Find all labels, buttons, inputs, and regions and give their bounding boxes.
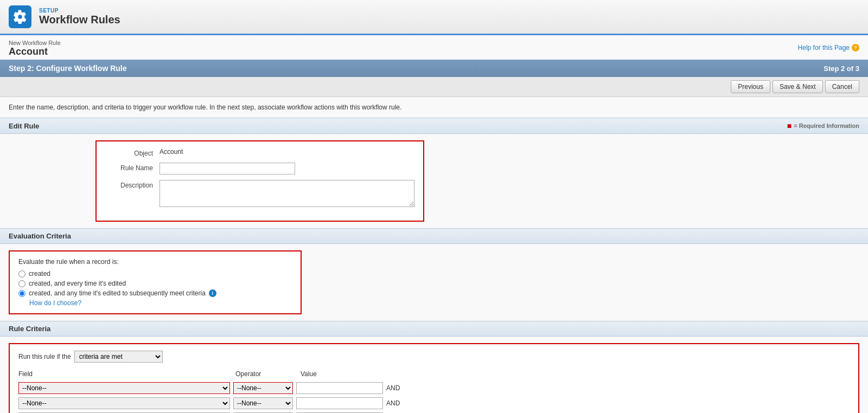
rule-criteria-title: Rule Criteria: [9, 325, 50, 333]
help-icon: ?: [852, 44, 859, 51]
main-container: New Workflow Rule Account Help for this …: [0, 35, 868, 413]
eval-area: Evaluate the rule when a record is: crea…: [0, 244, 868, 321]
radio-created-label: created: [29, 270, 50, 278]
step-header: Step 2: Configure Workflow Rule Step 2 o…: [0, 60, 868, 77]
previous-button[interactable]: Previous: [731, 80, 770, 93]
criteria-row-1: --None-- --None-- AND: [18, 382, 850, 394]
radio-created-row: created: [18, 270, 292, 278]
page-header-row: New Workflow Rule Account Help for this …: [0, 35, 868, 60]
rule-criteria-box: Run this rule if the criteria are met fo…: [9, 343, 859, 413]
value-input-1[interactable]: [296, 382, 383, 394]
radio-meet-criteria-label: created, and any time it's edited to sub…: [29, 289, 206, 297]
required-info: ■ = Required Information: [787, 121, 859, 130]
rule-criteria-area: Run this rule if the criteria are met fo…: [0, 337, 868, 413]
criteria-table-header: Field Operator Value: [18, 370, 850, 380]
rule-name-value: [159, 163, 414, 175]
new-workflow-label: New Workflow Rule: [9, 40, 61, 46]
run-rule-row: Run this rule if the criteria are met fo…: [18, 351, 850, 363]
field-col-header: Field: [18, 370, 235, 378]
required-dot: ■: [787, 121, 792, 130]
value-input-2[interactable]: [296, 397, 383, 409]
gear-icon: [13, 10, 27, 24]
operator-select-1[interactable]: --None--: [233, 382, 293, 394]
radio-meet-criteria-row: created, and any time it's edited to sub…: [18, 289, 292, 297]
account-title: Account: [9, 46, 61, 57]
page-header-left: New Workflow Rule Account: [9, 40, 61, 57]
setup-label: SETUP: [39, 8, 120, 14]
app-title: Workflow Rules: [39, 14, 120, 26]
description-text: Enter the name, description, and criteri…: [0, 97, 868, 118]
edit-rule-box: Object Account Rule Name Description: [95, 140, 424, 222]
help-link[interactable]: Help for this Page ?: [798, 44, 859, 51]
object-label: Object: [105, 148, 159, 157]
run-rule-prefix: Run this rule if the: [18, 353, 71, 360]
operator-select-2[interactable]: --None--: [233, 397, 293, 409]
eval-title: Evaluation Criteria: [9, 232, 71, 240]
required-info-text: = Required Information: [794, 122, 859, 129]
description-textarea[interactable]: [159, 180, 414, 207]
and-label-2: AND: [386, 399, 403, 407]
radio-created-edited-row: created, and every time it's edited: [18, 280, 292, 287]
edit-rule-form-area: Object Account Rule Name Description: [0, 134, 868, 228]
header-text: SETUP Workflow Rules: [39, 8, 120, 26]
object-value: Account: [159, 148, 414, 156]
radio-meet-criteria[interactable]: [18, 290, 25, 297]
field-select-2[interactable]: --None--: [18, 397, 230, 409]
object-row: Object Account: [105, 148, 414, 157]
edit-rule-title: Edit Rule: [9, 122, 39, 130]
rule-name-input[interactable]: [159, 163, 295, 175]
value-col-header: Value: [301, 370, 398, 378]
and-label-1: AND: [386, 384, 403, 392]
radio-created[interactable]: [18, 270, 25, 278]
eval-box: Evaluate the rule when a record is: crea…: [9, 250, 302, 314]
toolbar: Previous Save & Next Cancel: [0, 77, 868, 97]
step-number: Step 2 of 3: [824, 64, 859, 73]
rule-name-row: Rule Name: [105, 163, 414, 175]
rule-name-label: Rule Name: [105, 163, 159, 172]
description-row: Description: [105, 180, 414, 209]
field-select-1[interactable]: --None--: [18, 382, 230, 394]
radio-created-edited[interactable]: [18, 280, 25, 287]
help-text: Help for this Page: [798, 44, 850, 51]
info-icon: i: [209, 289, 216, 297]
rule-criteria-section-header: Rule Criteria: [0, 321, 868, 337]
save-next-button[interactable]: Save & Next: [773, 80, 823, 93]
run-rule-select[interactable]: criteria are met formula evaluates to tr…: [74, 351, 163, 363]
page-header: SETUP Workflow Rules: [0, 0, 868, 35]
eval-label: Evaluate the rule when a record is:: [18, 258, 292, 266]
how-choose-link[interactable]: How do I choose?: [29, 299, 292, 307]
operator-col-header: Operator: [235, 370, 301, 378]
app-icon: [9, 5, 31, 28]
eval-section-header: Evaluation Criteria: [0, 228, 868, 244]
description-value: [159, 180, 414, 209]
criteria-row-2: --None-- --None-- AND: [18, 397, 850, 409]
step-title: Step 2: Configure Workflow Rule: [9, 64, 127, 73]
edit-rule-section-header: Edit Rule ■ = Required Information: [0, 118, 868, 134]
cancel-button[interactable]: Cancel: [825, 80, 859, 93]
radio-created-edited-label: created, and every time it's edited: [29, 280, 126, 287]
description-label: Description: [105, 180, 159, 189]
